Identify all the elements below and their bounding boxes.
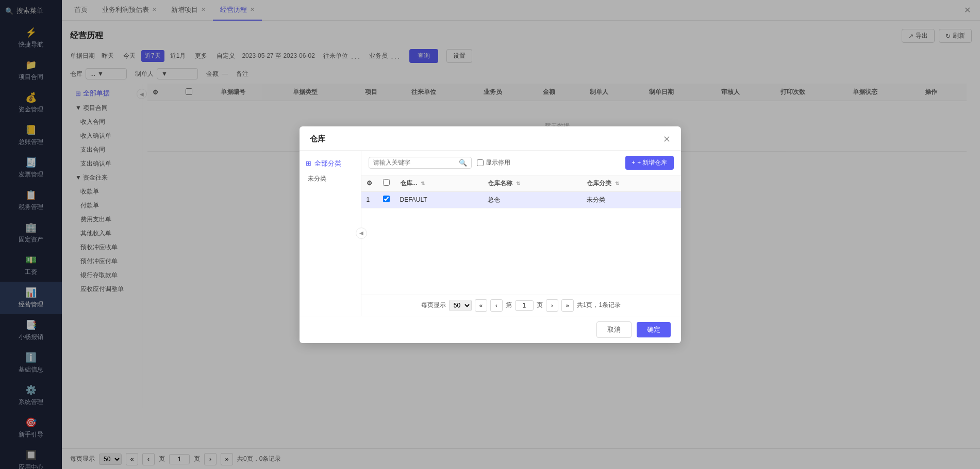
col-warehouse-name: 仓库名称 ⇅ [483, 175, 582, 192]
modal-body: ⊞ 全部分类 ◀ 未分类 🔍 显示停用 + + 新增 [300, 151, 681, 316]
collapse-left-panel-btn[interactable]: ◀ [356, 228, 367, 239]
confirm-button[interactable]: 确定 [637, 322, 671, 337]
modal-title: 仓库 [310, 134, 325, 144]
all-category-label: 全部分类 [314, 159, 341, 168]
row-category: 未分类 [582, 191, 680, 208]
add-warehouse-button[interactable]: + + 新增仓库 [625, 156, 673, 170]
modal-toolbar: 🔍 显示停用 + + 新增仓库 [361, 151, 681, 175]
show-disabled-label[interactable]: 显示停用 [477, 158, 510, 167]
modal-last-page-btn[interactable]: » [561, 299, 574, 312]
sort-icon[interactable]: ⇅ [516, 181, 520, 186]
modal-left-panel: ⊞ 全部分类 ◀ 未分类 [300, 151, 361, 316]
col-checkbox[interactable] [378, 175, 395, 192]
warehouse-table: ⚙ 仓库... ⇅ 仓库名称 ⇅ 仓库分类 [361, 175, 681, 208]
modal-next-page-btn[interactable]: › [546, 299, 558, 312]
modal-total-text: 共1页，1条记录 [577, 301, 621, 310]
sort-icon[interactable]: ⇅ [421, 181, 425, 186]
row-checkbox[interactable] [383, 196, 390, 202]
category-item-uncategorized[interactable]: 未分类 [300, 171, 361, 186]
modal-right-panel: 🔍 显示停用 + + 新增仓库 ⚙ [361, 151, 681, 316]
cancel-button[interactable]: 取消 [596, 321, 632, 338]
modal-per-page-select[interactable]: 50 [449, 300, 472, 311]
modal-header: 仓库 ✕ [300, 126, 681, 151]
modal-search-input[interactable] [373, 159, 457, 166]
modal-first-page-btn[interactable]: « [475, 299, 487, 312]
modal-close-btn[interactable]: ✕ [663, 134, 671, 145]
table-row[interactable]: 1 DEFAULT 总仓 未分类 [361, 191, 681, 208]
modal-prev-page-btn[interactable]: ‹ [490, 299, 503, 312]
col-warehouse-category: 仓库分类 ⇅ [582, 175, 680, 192]
modal-table-area: ⚙ 仓库... ⇅ 仓库名称 ⇅ 仓库分类 [361, 175, 681, 295]
all-category-item[interactable]: ⊞ 全部分类 [300, 156, 361, 171]
modal-select-all[interactable] [383, 179, 390, 186]
col-settings[interactable]: ⚙ [361, 175, 378, 192]
search-icon: 🔍 [459, 159, 467, 167]
sort-icon[interactable]: ⇅ [615, 181, 619, 186]
modal-page-input[interactable] [515, 300, 534, 311]
category-list: 未分类 [300, 171, 361, 186]
modal-pagination: 每页显示 50 « ‹ 第 页 › » 共1页，1条记录 [361, 295, 681, 316]
modal-search-wrap: 🔍 [369, 157, 472, 169]
show-disabled-checkbox[interactable] [477, 159, 484, 166]
modal-footer: 取消 确定 [300, 316, 681, 343]
warehouse-modal: 仓库 ✕ ⊞ 全部分类 ◀ 未分类 🔍 显示停用 [300, 126, 681, 343]
row-name: 总仓 [483, 191, 582, 208]
plus-icon: + [632, 159, 635, 166]
col-warehouse-code: 仓库... ⇅ [395, 175, 483, 192]
row-index: 1 [361, 191, 378, 208]
row-code: DEFAULT [395, 191, 483, 208]
modal-page-label: 页 [537, 301, 543, 310]
modal-per-page-label: 每页显示 [421, 301, 446, 310]
grid-icon: ⊞ [306, 159, 311, 167]
